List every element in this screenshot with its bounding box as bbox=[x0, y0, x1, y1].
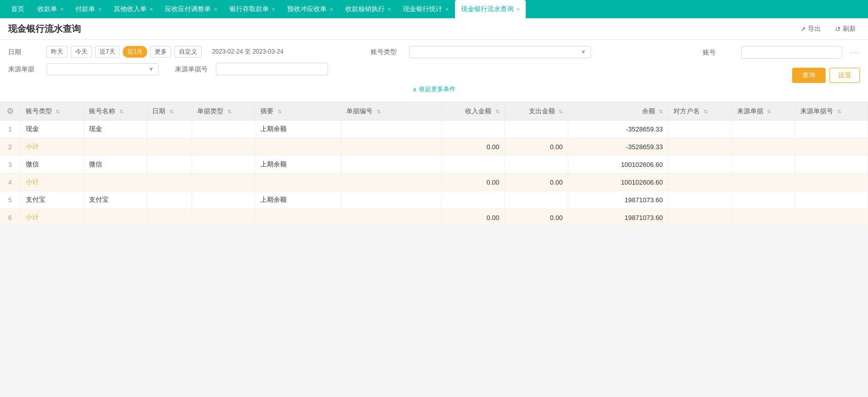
cell-expense: 0.00 bbox=[505, 173, 568, 191]
cell-balance: 100102606.60 bbox=[568, 156, 668, 173]
account-more-icon[interactable]: ··· bbox=[850, 48, 860, 57]
close-icon[interactable]: × bbox=[60, 6, 63, 12]
cell-date bbox=[147, 156, 192, 173]
cell-account-type: 微信 bbox=[20, 156, 83, 173]
cell-income bbox=[441, 191, 505, 209]
col-summary[interactable]: 摘要 ⇅ bbox=[255, 102, 341, 120]
close-icon[interactable]: × bbox=[98, 6, 101, 12]
cell-balance: -3528659.33 bbox=[568, 138, 668, 156]
col-gear[interactable]: ⚙ bbox=[0, 102, 20, 120]
cell-counterpart bbox=[668, 209, 732, 227]
cell-account-type: 小计 bbox=[20, 209, 83, 227]
table-row: 2小计0.000.00-3528659.33 bbox=[0, 138, 868, 156]
account-type-select[interactable]: ▼ bbox=[409, 46, 591, 58]
date-label: 日期 bbox=[8, 48, 38, 57]
cell-doc-type bbox=[192, 209, 255, 227]
sort-icon: ⇅ bbox=[278, 109, 282, 114]
nav-tab-qitashouru[interactable]: 其他收入单 × bbox=[108, 0, 159, 18]
cell-balance: 19871073.60 bbox=[568, 209, 668, 227]
table-row: 5支付宝支付宝上期余额19871073.60 bbox=[0, 191, 868, 209]
row-number: 4 bbox=[0, 173, 20, 191]
account-input[interactable] bbox=[741, 46, 842, 59]
row-number: 3 bbox=[0, 156, 20, 173]
export-button[interactable]: ↗ 导出 bbox=[796, 22, 825, 35]
source-doc-select[interactable]: ▼ bbox=[47, 63, 159, 75]
date-buttons: 昨天 今天 近7天 近1月 更多 自定义 bbox=[47, 46, 202, 58]
col-doc-type[interactable]: 单据类型 ⇅ bbox=[192, 102, 255, 120]
cell-doc-type bbox=[192, 191, 255, 209]
cell-account-name: 支付宝 bbox=[83, 191, 147, 209]
cell-income: 0.00 bbox=[441, 209, 505, 227]
nav-tab-yushouzheng[interactable]: 预收冲应收单 × bbox=[281, 0, 339, 18]
date-btn-custom[interactable]: 自定义 bbox=[174, 46, 202, 58]
cell-account-name bbox=[83, 138, 147, 156]
nav-tab-xianjinyinhangtongjie[interactable]: 现金银行统计 × bbox=[397, 0, 454, 18]
close-icon[interactable]: × bbox=[330, 6, 333, 12]
query-button[interactable]: 查询 bbox=[792, 68, 826, 83]
col-account-name[interactable]: 账号名称 ⇅ bbox=[83, 102, 147, 120]
nav-tab-yinhangcunqu[interactable]: 银行存取款单 × bbox=[223, 0, 281, 18]
cell-account-name: 现金 bbox=[83, 120, 147, 138]
nav-home[interactable]: 首页 bbox=[4, 0, 31, 18]
nav-tab-fukuandan[interactable]: 付款单 × bbox=[69, 0, 107, 18]
cell-doc-no bbox=[341, 209, 441, 227]
date-btn-1month[interactable]: 近1月 bbox=[123, 46, 148, 58]
col-date[interactable]: 日期 ⇅ bbox=[147, 102, 192, 120]
col-account-type[interactable]: 账号类型 ⇅ bbox=[20, 102, 83, 120]
nav-tab-shoukuandan[interactable]: 收款单 × bbox=[31, 0, 69, 18]
cell-account-type: 小计 bbox=[20, 173, 83, 191]
cell-date bbox=[147, 138, 192, 156]
settings-gear-icon[interactable]: ⚙ bbox=[7, 107, 14, 115]
collapse-bar[interactable]: ∧ 收起更多条件 bbox=[8, 83, 860, 96]
cell-account-name bbox=[83, 209, 147, 227]
cell-account-name bbox=[83, 173, 147, 191]
cell-source-doc bbox=[732, 173, 795, 191]
filter-row-source: 来源单据 ▼ 来源单据号 bbox=[8, 63, 328, 75]
cell-balance: 19871073.60 bbox=[568, 191, 668, 209]
close-icon[interactable]: × bbox=[272, 6, 275, 12]
close-icon[interactable]: × bbox=[214, 6, 217, 12]
date-btn-more[interactable]: 更多 bbox=[150, 46, 171, 58]
refresh-button[interactable]: ↺ 刷新 bbox=[831, 22, 860, 35]
close-icon[interactable]: × bbox=[517, 6, 520, 12]
cell-counterpart bbox=[668, 191, 732, 209]
source-doc-no-input[interactable] bbox=[216, 63, 328, 75]
col-doc-no[interactable]: 单据编号 ⇅ bbox=[341, 102, 441, 120]
table-row: 6小计0.000.0019871073.60 bbox=[0, 209, 868, 227]
source-doc-no-label: 来源单据号 bbox=[175, 65, 208, 74]
date-btn-today[interactable]: 今天 bbox=[71, 46, 92, 58]
cell-account-type: 支付宝 bbox=[20, 191, 83, 209]
sort-icon: ⇅ bbox=[377, 109, 381, 114]
date-btn-7days[interactable]: 近7天 bbox=[95, 46, 120, 58]
col-balance[interactable]: 余额 ⇅ bbox=[568, 102, 668, 120]
source-doc-label: 来源单据 bbox=[8, 65, 38, 74]
nav-tab-liushui[interactable]: 现金银行流水查询 × bbox=[455, 0, 526, 18]
data-table: ⚙ 账号类型 ⇅ 账号名称 ⇅ 日期 ⇅ 单据类型 ⇅ bbox=[0, 102, 868, 227]
table-body: 1现金现金上期余额-3528659.332小计0.000.00-3528659.… bbox=[0, 120, 868, 227]
col-source-doc[interactable]: 来源单据 ⇅ bbox=[732, 102, 795, 120]
refresh-icon: ↺ bbox=[835, 25, 841, 33]
settings-button[interactable]: 设置 bbox=[830, 68, 860, 83]
header-actions: ↗ 导出 ↺ 刷新 bbox=[796, 22, 860, 35]
nav-tab-yingshoutiaozheng[interactable]: 应收应付调整单 × bbox=[159, 0, 223, 18]
sort-icon: ⇅ bbox=[559, 109, 563, 114]
sort-icon: ⇅ bbox=[169, 109, 173, 114]
cell-expense bbox=[505, 191, 568, 209]
nav-tab-shoukuanxiaoxiao[interactable]: 收款核销执行 × bbox=[339, 0, 397, 18]
col-expense[interactable]: 支出金额 ⇅ bbox=[505, 102, 568, 120]
close-icon[interactable]: × bbox=[388, 6, 391, 12]
date-btn-yesterday[interactable]: 昨天 bbox=[47, 46, 68, 58]
col-source-doc-no[interactable]: 来源单据号 ⇅ bbox=[795, 102, 868, 120]
table-container: ⚙ 账号类型 ⇅ 账号名称 ⇅ 日期 ⇅ 单据类型 ⇅ bbox=[0, 102, 868, 227]
col-counterpart[interactable]: 对方户名 ⇅ bbox=[668, 102, 732, 120]
close-icon[interactable]: × bbox=[445, 6, 448, 12]
cell-summary bbox=[255, 209, 341, 227]
filter-row-account: 账号 ··· bbox=[703, 46, 860, 59]
row-number: 1 bbox=[0, 120, 20, 138]
cell-source-doc-no bbox=[795, 156, 868, 173]
cell-doc-type bbox=[192, 156, 255, 173]
close-icon[interactable]: × bbox=[150, 6, 153, 12]
table-row: 3微信微信上期余额100102606.60 bbox=[0, 156, 868, 173]
table-header-row: ⚙ 账号类型 ⇅ 账号名称 ⇅ 日期 ⇅ 单据类型 ⇅ bbox=[0, 102, 868, 120]
col-income[interactable]: 收入金额 ⇅ bbox=[441, 102, 505, 120]
